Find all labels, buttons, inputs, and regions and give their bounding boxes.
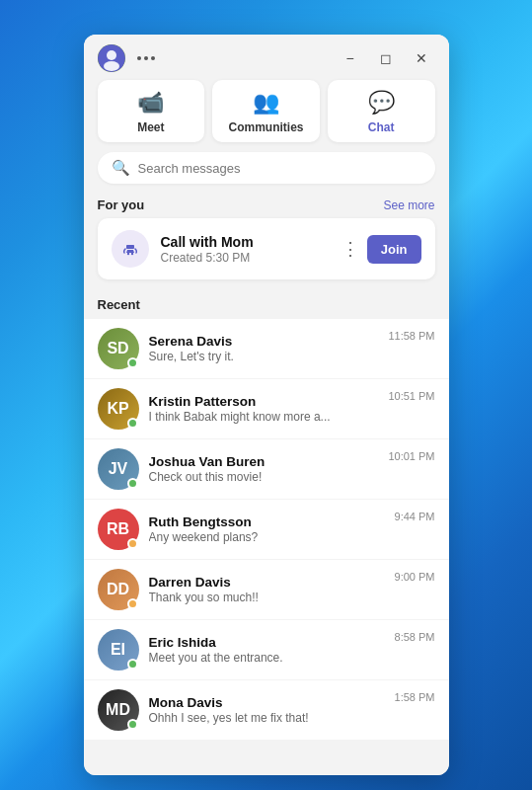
search-input[interactable] (138, 161, 421, 176)
status-dot (127, 598, 138, 609)
chat-time: 9:00 PM (395, 571, 435, 583)
chat-item[interactable]: JV Joshua Van Buren Check out this movie… (84, 439, 449, 499)
chat-item[interactable]: SD Serena Davis Sure, Let's try it. 11:5… (84, 319, 449, 378)
search-bar: 🔍 (98, 152, 435, 184)
for-you-card[interactable]: Call with Mom Created 5:30 PM ⋮ Join (98, 218, 435, 279)
recent-title: Recent (98, 297, 140, 312)
meet-label: Meet (137, 120, 164, 134)
nav-tabs: 📹 Meet 👥 Communities 💬 Chat (84, 80, 449, 152)
chat-name: Ruth Bengtsson (149, 514, 385, 529)
chat-body: Serena Davis Sure, Let's try it. (149, 334, 379, 363)
status-dot (127, 719, 138, 730)
tab-meet[interactable]: 📹 Meet (98, 80, 205, 142)
avatar-wrap: MD (98, 689, 139, 731)
see-more-button[interactable]: See more (383, 198, 434, 212)
chat-body: Darren Davis Thank you so much!! (149, 575, 385, 604)
status-dot (127, 357, 138, 368)
tab-chat[interactable]: 💬 Chat (328, 80, 435, 142)
close-button[interactable]: ✕ (408, 44, 435, 72)
avatar-wrap: EI (98, 629, 139, 671)
chat-body: Mona Davis Ohhh I see, yes let me fix th… (149, 695, 385, 725)
for-you-info: Call with Mom Created 5:30 PM (161, 234, 330, 265)
for-you-header: For you See more (84, 194, 449, 218)
user-avatar[interactable] (98, 44, 125, 72)
chat-preview: Any weekend plans? (149, 530, 385, 544)
avatar-wrap: JV (98, 448, 139, 490)
chat-label: Chat (368, 120, 395, 134)
minimize-button[interactable]: − (337, 44, 364, 72)
status-dot (127, 659, 138, 670)
status-dot (127, 478, 138, 489)
chat-time: 9:44 PM (395, 511, 435, 522)
more-options-button[interactable] (133, 52, 159, 64)
call-sub: Created 5:30 PM (161, 251, 330, 265)
chat-item[interactable]: RB Ruth Bengtsson Any weekend plans? 9:4… (84, 500, 449, 559)
chat-body: Kristin Patterson I think Babak might kn… (149, 394, 379, 424)
chat-time: 10:01 PM (388, 450, 434, 462)
chat-time: 8:58 PM (395, 631, 435, 643)
chat-name: Joshua Van Buren (149, 454, 379, 469)
svg-point-1 (107, 50, 116, 60)
meet-icon: 📹 (137, 90, 164, 116)
for-you-actions: ⋮ Join (342, 235, 421, 264)
chat-list: SD Serena Davis Sure, Let's try it. 11:5… (84, 319, 449, 740)
chat-name: Kristin Patterson (149, 394, 379, 409)
chat-preview: Sure, Let's try it. (149, 350, 379, 363)
join-button[interactable]: Join (367, 235, 421, 264)
svg-point-5 (130, 253, 132, 255)
title-bar: − ◻ ✕ (84, 35, 449, 80)
chat-item[interactable]: EI Eric Ishida Meet you at the entrance.… (84, 620, 449, 679)
chat-item[interactable]: KP Kristin Patterson I think Babak might… (84, 379, 449, 438)
chat-name: Mona Davis (149, 695, 385, 710)
chat-icon: 💬 (368, 90, 395, 116)
title-bar-left (98, 44, 159, 72)
chat-preview: Ohhh I see, yes let me fix that! (149, 711, 385, 725)
window-controls: − ◻ ✕ (337, 44, 435, 72)
chat-item[interactable]: MD Mona Davis Ohhh I see, yes let me fix… (84, 680, 449, 740)
svg-point-2 (104, 61, 119, 71)
status-dot (127, 418, 138, 429)
chat-body: Ruth Bengtsson Any weekend plans? (149, 514, 385, 544)
search-icon: 🔍 (112, 159, 130, 177)
chat-preview: Check out this movie! (149, 470, 379, 484)
chat-name: Darren Davis (149, 575, 385, 590)
status-dot (127, 538, 138, 549)
recent-header: Recent (84, 291, 449, 319)
chat-body: Eric Ishida Meet you at the entrance. (149, 635, 385, 665)
chat-body: Joshua Van Buren Check out this movie! (149, 454, 379, 484)
recent-section: Recent SD Serena Davis Sure, Let's try i… (84, 291, 449, 775)
avatar-wrap: SD (98, 328, 139, 369)
chat-item[interactable]: DD Darren Davis Thank you so much!! 9:00… (84, 560, 449, 619)
teams-window: − ◻ ✕ 📹 Meet 👥 Communities 💬 Chat 🔍 For … (84, 35, 449, 775)
chat-name: Serena Davis (149, 334, 379, 349)
tab-communities[interactable]: 👥 Communities (212, 80, 320, 142)
call-icon (112, 230, 149, 268)
communities-icon: 👥 (253, 90, 279, 116)
call-name: Call with Mom (161, 234, 330, 250)
avatar-wrap: RB (98, 509, 139, 550)
communities-label: Communities (229, 120, 304, 134)
for-you-title: For you (98, 198, 145, 212)
chat-time: 1:58 PM (395, 691, 435, 703)
card-more-icon[interactable]: ⋮ (342, 238, 359, 260)
avatar-wrap: KP (98, 388, 139, 430)
chat-time: 10:51 PM (388, 390, 434, 402)
svg-point-4 (126, 253, 128, 255)
chat-preview: Thank you so much!! (149, 591, 385, 604)
maximize-button[interactable]: ◻ (372, 44, 400, 72)
chat-preview: Meet you at the entrance. (149, 651, 385, 665)
chat-name: Eric Ishida (149, 635, 385, 650)
avatar-wrap: DD (98, 569, 139, 610)
chat-time: 11:58 PM (388, 330, 434, 342)
chat-preview: I think Babak might know more a... (149, 410, 379, 424)
